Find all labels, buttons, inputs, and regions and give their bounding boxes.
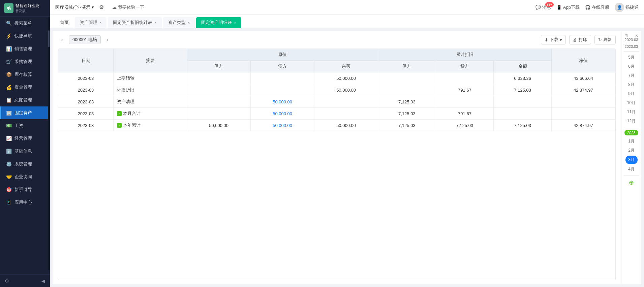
timeline-month-10[interactable]: 10月 [621,98,641,107]
td-original-credit: 50,000.00 [251,108,314,120]
td-acc-debit: 7,125.03 [378,96,436,108]
sidebar-item-system[interactable]: ⚙️ 系统管理 [0,158,50,170]
settings-bottom-icon[interactable]: ⚙ [5,278,9,284]
app-center-icon: 📱 [6,200,12,205]
td-original-debit [187,108,251,120]
download-button[interactable]: ⬇ 下载 ▾ [541,35,566,44]
sidebar-item-ledger[interactable]: 📋 总账管理 [0,94,50,106]
td-date: 2023-03 [58,84,114,96]
sidebar-item-operations[interactable]: 📈 经营管理 [0,132,50,145]
th-acc-debit: 借方 [378,61,436,72]
sidebar: 畅 畅捷通好业财 普及版 🔍 搜索菜单 ⚡ 快捷导航 📊 销售管理 🛒 采购管理… [0,0,50,287]
sidebar-item-fixed-assets[interactable]: 🏢 固定资产 [0,106,50,119]
timeline-month-6[interactable]: 6月 [621,62,641,71]
app-logo-text: 畅捷通好业财 普及版 [16,3,40,13]
td-acc-debit [378,72,436,84]
sidebar-item-label: 资金管理 [14,84,32,90]
tab-asset-detail-close[interactable]: × [234,21,236,25]
header-settings-button[interactable]: ⚙ [97,3,106,12]
td-original-credit: 50,000.00 [251,120,314,131]
td-acc-debit: 7,125.03 [378,120,436,131]
sidebar-item-guide[interactable]: 🎯 新手引导 [0,183,50,196]
th-net-value: 净值 [551,49,615,72]
timeline-header-2: 2023.03 [625,43,638,50]
sidebar-item-salary[interactable]: 💵 工资 [0,119,50,132]
timeline-month-7[interactable]: 7月 [621,71,641,80]
timeline-down-icon[interactable]: ⊕ [627,177,636,188]
tab-asset-mgmt-close[interactable]: × [99,21,101,25]
company-selector[interactable]: 医疗器械行业演示 ▾ [55,4,94,10]
sidebar-item-quick-nav[interactable]: ⚡ 快捷导航 [0,30,50,42]
td-net-value: 42,874.97 [551,84,615,96]
tab-asset-detail[interactable]: 固定资产明细账 × [196,17,241,28]
timeline-month-8[interactable]: 8月 [621,80,641,89]
collapse-icon[interactable]: ◀ [41,278,45,284]
chevron-down-icon: ▾ [560,37,562,42]
tab-asset-mgmt[interactable]: 资产管理 × [75,17,106,28]
toolbar-right: ⬇ 下载 ▾ 🖨 打印 ↻ 刷新 [541,35,616,44]
timeline-month-11[interactable]: 11月 [621,107,641,117]
refresh-label: 刷新 [603,37,612,43]
tab-asset-detail-label: 固定资产明细账 [201,20,232,26]
experience-button[interactable]: ☁ 我要体验一下 [109,3,148,12]
timeline-divider-2 [623,127,639,127]
td-acc-balance [494,96,552,108]
prev-asset-button[interactable]: ‹ [58,36,66,44]
company-name: 医疗器械行业演示 [55,4,90,10]
app-version: 普及版 [16,9,40,13]
tab-home[interactable]: 首页 [55,17,73,28]
tab-depreciation-stats[interactable]: 固定资产折旧统计表 × [108,17,161,28]
sidebar-item-search[interactable]: 🔍 搜索菜单 [0,17,50,30]
next-asset-button[interactable]: › [103,36,112,44]
timeline-month-9[interactable]: 9月 [621,89,641,98]
td-net-value: 42,874.97 [551,120,615,131]
timeline-panel: ⊞ × 2023.03 2023.03 5月 6月 7月 8月 9月 10月 1… [621,31,641,284]
sidebar-item-inventory[interactable]: 📦 库存核算 [0,68,50,81]
tab-asset-type-close[interactable]: × [188,21,190,25]
service-button[interactable]: 🎧 在线客服 [585,4,609,10]
timeline-expand-button[interactable]: ⊞ [623,32,630,39]
sidebar-item-app-center[interactable]: 📱 应用中心 [0,196,50,209]
th-original-balance: 余额 [314,61,378,72]
salary-icon: 💵 [6,123,12,128]
phone-icon: 📱 [556,5,562,10]
td-net-value [551,108,615,120]
timeline-month-12[interactable]: 12月 [621,117,641,126]
sidebar-item-enterprise[interactable]: 🤝 企业协同 [0,170,50,183]
notification-button[interactable]: 💬 消息 99+ [535,4,551,10]
data-table-wrap: 日期 摘要 原值 累计折旧 净值 借方 贷方 余额 借方 贷方 余额 [58,49,616,280]
td-acc-balance: 7,125.03 [494,120,552,131]
ledger-icon: 📋 [6,97,12,103]
timeline-month-4[interactable]: 4月 [621,165,641,174]
sidebar-item-sales[interactable]: 📊 销售管理 [0,42,50,55]
refresh-button[interactable]: ↻ 刷新 [594,35,616,44]
print-button[interactable]: 🖨 打印 [569,35,591,44]
user-menu[interactable]: 👤 畅捷通 [615,3,639,12]
sidebar-item-capital[interactable]: 💰 资金管理 [0,81,50,94]
tabs-bar: 首页 资产管理 × 固定资产折旧统计表 × 资产类型 × 固定资产明细账 × [50,15,644,28]
td-original-debit [187,72,251,84]
sidebar-item-basic-info[interactable]: ℹ️ 基础信息 [0,145,50,158]
sidebar-item-label: 销售管理 [14,46,32,52]
sidebar-item-purchase[interactable]: 🛒 采购管理 [0,55,50,68]
sidebar-item-label: 应用中心 [14,199,32,205]
download-button[interactable]: 📱 App下载 [556,4,580,10]
data-table: 日期 摘要 原值 累计折旧 净值 借方 贷方 余额 借方 贷方 余额 [58,49,615,131]
experience-label: 我要体验一下 [118,4,144,10]
timeline-month-3-active[interactable]: 3月 [625,156,638,164]
operations-icon: 📈 [6,136,12,141]
search-icon: 🔍 [6,21,12,26]
capital-icon: 💰 [6,85,12,90]
timeline-month-5[interactable]: 5月 [621,53,641,62]
td-original-debit [187,96,251,108]
tab-asset-type[interactable]: 资产类型 × [163,17,195,28]
timeline-month-1[interactable]: 1月 [621,137,641,146]
top-header: 医疗器械行业演示 ▾ ⚙ ☁ 我要体验一下 💬 消息 99+ 📱 App下载 🎧… [50,0,644,15]
sidebar-item-label: 企业协同 [14,174,32,180]
tab-depreciation-stats-close[interactable]: × [154,21,156,25]
timeline-close-button[interactable]: × [633,32,640,39]
tab-asset-type-label: 资产类型 [168,20,186,26]
app-name: 畅捷通好业财 [16,3,40,9]
timeline-month-2[interactable]: 2月 [621,146,641,155]
tab-home-label: 首页 [60,20,69,26]
